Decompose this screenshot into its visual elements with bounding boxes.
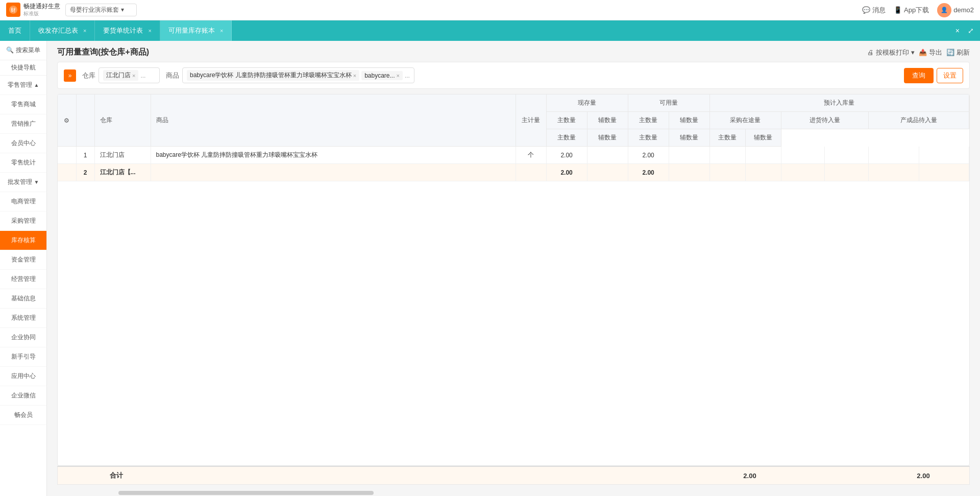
refresh-button[interactable]: 🔄 刷新 <box>946 48 970 57</box>
row1-no: 1 <box>76 147 94 164</box>
sidebar-new-guide-label: 新手引导 <box>11 352 36 361</box>
subtotal-purchase-aux <box>745 164 781 181</box>
industry-selector[interactable]: 母婴行业演示账套 ▾ <box>65 4 137 16</box>
subtotal-available-aux <box>669 164 709 181</box>
sidebar-item-retail-stats[interactable]: 零售统计 <box>0 153 46 173</box>
export-button[interactable]: 📤 导出 <box>919 48 942 57</box>
sidebar-item-inventory-check[interactable]: 库存核算 <box>0 231 46 250</box>
sidebar-item-retail-mall[interactable]: 零售商城 <box>0 95 46 114</box>
sidebar-item-finance-mgmt[interactable]: 资金管理 <box>0 250 46 270</box>
sidebar-retail-mgmt-arrow: ▲ <box>34 82 39 88</box>
tab-close-all-button[interactable]: × <box>953 25 962 37</box>
th-available-group: 可用量 <box>628 95 709 112</box>
setting-button[interactable]: 设置 <box>937 68 963 83</box>
subtotal-product-main <box>869 164 919 181</box>
subtotal-goods-main <box>781 164 825 181</box>
user-profile[interactable]: 👤 demo2 <box>937 3 974 17</box>
subtotal-product <box>151 164 516 181</box>
sidebar: 🔍 搜索菜单 快捷导航 零售管理 ▲ 零售商城 营销推广 会员中心 零售统计 批… <box>0 41 47 496</box>
product-more-button[interactable]: ... <box>405 72 410 79</box>
sidebar-item-marketing[interactable]: 营销推广 <box>0 114 46 134</box>
tab-receipt-summary-close[interactable]: × <box>83 28 86 34</box>
tab-expand-button[interactable]: ⤢ <box>966 25 976 37</box>
query-button[interactable]: 查询 <box>904 68 934 83</box>
sidebar-item-app-center[interactable]: 应用中心 <box>0 367 46 386</box>
product-tag-close[interactable]: × <box>353 73 356 79</box>
warehouse-tag-close[interactable]: × <box>132 73 135 79</box>
row1-gear <box>58 147 76 164</box>
table-footer: 合计 2.00 2.00 <box>57 466 970 485</box>
printer-icon: 🖨 <box>867 49 874 56</box>
logo-icon: 财 <box>6 3 20 17</box>
tab-home-label: 首页 <box>8 26 21 35</box>
product-tag: babycare学饮杯 儿童防摔防撞吸管杯重力球吸嘴杯宝宝水杯 × <box>187 70 359 81</box>
th-product: 商品 <box>151 95 516 147</box>
sidebar-item-member[interactable]: 畅会员 <box>0 406 46 425</box>
product-tag2: babycare... × <box>361 71 403 80</box>
tab-available-ledger-close[interactable]: × <box>220 28 223 34</box>
product-tag2-close[interactable]: × <box>397 73 400 79</box>
sidebar-item-enterprise-wechat[interactable]: 企业微信 <box>0 386 46 406</box>
th-purchase-main: 主数量 <box>546 129 587 147</box>
sidebar-item-purchase-mgmt[interactable]: 采购管理 <box>0 211 46 231</box>
filter-bar: » 仓库 江北门店 × ... 商品 babycare学饮杯 儿童防摔防撞吸管杯… <box>57 62 970 89</box>
app-download-button[interactable]: 📱 App下载 <box>894 6 929 15</box>
sidebar-search[interactable]: 🔍 搜索菜单 <box>0 41 46 60</box>
sidebar-ecommerce-label: 电商管理 <box>11 197 36 206</box>
sidebar-item-enterprise-collab[interactable]: 企业协同 <box>0 328 46 347</box>
message-button[interactable]: 💬 消息 <box>862 6 886 15</box>
industry-label: 母婴行业演示账套 <box>70 6 119 14</box>
th-purchase-aux: 辅数量 <box>587 129 628 147</box>
sidebar-item-ecommerce-mgmt[interactable]: 电商管理 <box>0 192 46 211</box>
product-filter-input[interactable]: babycare学饮杯 儿童防摔防撞吸管杯重力球吸嘴杯宝宝水杯 × babyca… <box>182 67 414 83</box>
page-header: 可用量查询(按仓库+商品) 🖨 按模板打印 ▾ 📤 导出 🔄 刷新 <box>47 41 980 62</box>
product-tag2-value: babycare... <box>364 72 395 79</box>
sidebar-item-wholesale-mgmt[interactable]: 批发管理 ▼ <box>0 173 46 192</box>
tab-nav: 首页 收发存汇总表 × 要货单统计表 × 可用量库存账本 × × ⤢ <box>0 20 980 41</box>
sidebar-item-retail-mgmt[interactable]: 零售管理 ▲ <box>0 76 46 95</box>
tab-receipt-summary[interactable]: 收发存汇总表 × <box>30 20 95 41</box>
table-container[interactable]: ⚙ 仓库 商品 主计量 现存量 可用量 预计入库量 主数量 辅数量 主数量 辅数… <box>57 94 970 466</box>
th-stock-group: 现存量 <box>546 95 628 112</box>
sidebar-item-system-mgmt[interactable]: 系统管理 <box>0 309 46 328</box>
logo-text-block: 畅捷通好生意 标准版 <box>23 3 60 17</box>
sidebar-purchase-label: 采购管理 <box>11 217 36 225</box>
refresh-icon: 🔄 <box>946 49 954 56</box>
sidebar-enterprise-wechat-label: 企业微信 <box>11 391 36 400</box>
sidebar-quick-nav[interactable]: 快捷导航 <box>0 60 46 76</box>
tab-order-stats[interactable]: 要货单统计表 × <box>95 20 160 41</box>
filter-toggle-button[interactable]: » <box>64 69 76 82</box>
row1-warehouse: 江北门店 <box>94 147 151 164</box>
warehouse-filter-input[interactable]: 江北门店 × ... <box>99 67 160 83</box>
sidebar-item-member-center[interactable]: 会员中心 <box>0 134 46 153</box>
sidebar-wholesale-arrow: ▼ <box>34 179 39 185</box>
tab-nav-actions: × ⤢ <box>953 25 980 37</box>
th-stock-aux: 辅数量 <box>587 112 628 129</box>
sidebar-item-new-guide[interactable]: 新手引导 <box>0 347 46 367</box>
sidebar-member-label: 畅会员 <box>14 411 33 419</box>
total-stock-main: 2.00 <box>617 472 883 480</box>
sidebar-item-ops-mgmt[interactable]: 经营管理 <box>0 270 46 289</box>
th-warehouse: 仓库 <box>94 95 151 147</box>
refresh-label: 刷新 <box>957 48 970 57</box>
warehouse-more-button[interactable]: ... <box>140 72 145 79</box>
top-bar-right: 💬 消息 📱 App下载 👤 demo2 <box>862 3 974 17</box>
tab-order-stats-close[interactable]: × <box>148 28 151 34</box>
total-label: 合计 <box>110 471 123 480</box>
row1-available-main: 2.00 <box>628 147 669 164</box>
row1-goods-main <box>781 147 825 164</box>
tab-available-ledger[interactable]: 可用量库存账本 × <box>160 20 232 41</box>
logo-main-text: 畅捷通好生意 <box>23 3 60 10</box>
th-goods-aux: 辅数量 <box>669 129 709 147</box>
table-row: 1 江北门店 babycare学饮杯 儿童防摔防撞吸管杯重力球吸嘴杯宝宝水杯 个… <box>58 147 969 164</box>
bottom-scroll-area[interactable] <box>57 490 970 496</box>
sidebar-item-basic-info[interactable]: 基础信息 <box>0 289 46 309</box>
sidebar-quick-nav-label: 快捷导航 <box>11 64 36 71</box>
template-print-button[interactable]: 🖨 按模板打印 ▾ <box>867 48 915 57</box>
sidebar-basic-label: 基础信息 <box>11 294 36 303</box>
subtotal-purchase-main <box>709 164 745 181</box>
warehouse-filter-label: 仓库 <box>82 71 95 80</box>
tab-home[interactable]: 首页 <box>0 20 30 41</box>
subtotal-stock-aux <box>587 164 628 181</box>
bottom-scroll-thumb[interactable] <box>118 491 374 495</box>
